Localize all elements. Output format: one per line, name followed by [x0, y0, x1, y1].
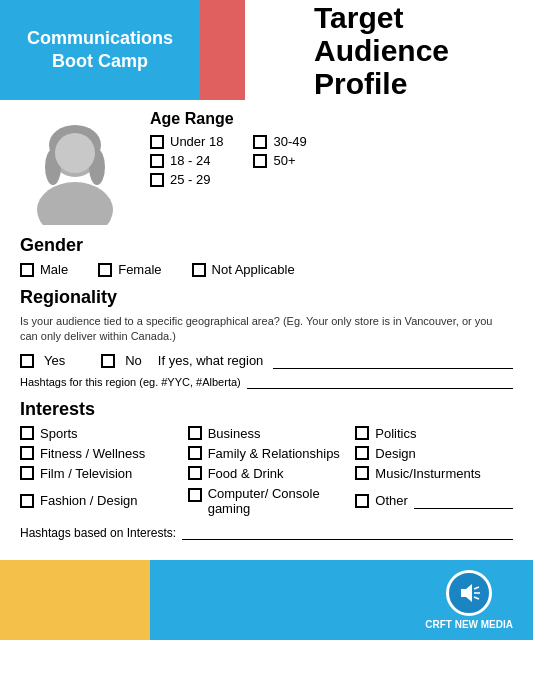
svg-line-7	[474, 587, 479, 589]
footer-logo-icon	[446, 570, 492, 616]
interest-music: Music/Insturments	[355, 466, 513, 481]
gender-male: Male	[20, 262, 68, 277]
age-option-under18: Under 18	[150, 134, 223, 149]
age-option-30-49: 30-49	[253, 134, 306, 149]
age-checkbox-under18[interactable]	[150, 135, 164, 149]
header-right: Target Audience Profile	[200, 0, 533, 100]
interest-checkbox-sports[interactable]	[20, 426, 34, 440]
interest-design: Design	[355, 446, 513, 461]
regionality-title: Regionality	[20, 287, 513, 308]
footer-logo: CRFT NEW MEDIA	[425, 570, 513, 630]
interest-checkbox-design[interactable]	[355, 446, 369, 460]
region-checkbox-no[interactable]	[101, 354, 115, 368]
interest-checkbox-fashion[interactable]	[20, 494, 34, 508]
age-option-25-29: 25 - 29	[150, 172, 223, 187]
header-left: Communications Boot Camp	[0, 0, 200, 100]
gender-label-na: Not Applicable	[212, 262, 295, 277]
svg-line-9	[474, 597, 479, 599]
avatar	[20, 115, 130, 225]
footer-left-block	[0, 560, 150, 640]
interest-label-design: Design	[375, 446, 415, 461]
gender-checkbox-female[interactable]	[98, 263, 112, 277]
interest-label-family: Family & Relationships	[208, 446, 340, 461]
profile-top: Age Range Under 18 18 - 24 25 - 29	[20, 110, 513, 225]
age-col-1: Under 18 18 - 24 25 - 29	[150, 134, 223, 187]
age-option-50plus: 50+	[253, 153, 306, 168]
hashtag-interests-field[interactable]	[182, 526, 513, 540]
age-range-columns: Under 18 18 - 24 25 - 29 30-49	[150, 134, 513, 187]
interest-checkbox-politics[interactable]	[355, 426, 369, 440]
age-label-30-49: 30-49	[273, 134, 306, 149]
gender-female: Female	[98, 262, 161, 277]
interest-family: Family & Relationships	[188, 446, 346, 461]
footer-right-block: CRFT NEW MEDIA	[150, 560, 533, 640]
interest-other: Other	[355, 486, 513, 516]
age-range-title: Age Range	[150, 110, 513, 128]
interest-label-fashion: Fashion / Design	[40, 493, 138, 508]
interest-fitness: Fitness / Wellness	[20, 446, 178, 461]
age-checkbox-30-49[interactable]	[253, 135, 267, 149]
gender-title: Gender	[20, 235, 513, 256]
interest-label-other: Other	[375, 493, 408, 508]
region-if-yes-label: If yes, what region	[158, 353, 264, 368]
age-range-block: Age Range Under 18 18 - 24 25 - 29	[150, 110, 513, 187]
age-label-50plus: 50+	[273, 153, 295, 168]
region-yes-label: Yes	[44, 353, 65, 368]
region-hashtag-field[interactable]	[247, 375, 513, 389]
interest-politics: Politics	[355, 426, 513, 441]
interest-label-music: Music/Insturments	[375, 466, 480, 481]
interest-checkbox-food[interactable]	[188, 466, 202, 480]
interest-label-business: Business	[208, 426, 261, 441]
svg-point-5	[55, 133, 95, 173]
interest-label-politics: Politics	[375, 426, 416, 441]
interest-checkbox-film[interactable]	[20, 466, 34, 480]
gender-not-applicable: Not Applicable	[192, 262, 295, 277]
gender-label-female: Female	[118, 262, 161, 277]
interest-gaming: Computer/ Console gaming	[188, 486, 346, 516]
interest-sports: Sports	[20, 426, 178, 441]
interest-checkbox-business[interactable]	[188, 426, 202, 440]
age-checkbox-18-24[interactable]	[150, 154, 164, 168]
region-checkbox-yes[interactable]	[20, 354, 34, 368]
regionality-description: Is your audience tied to a specific geog…	[20, 314, 513, 345]
age-checkbox-50plus[interactable]	[253, 154, 267, 168]
interest-label-sports: Sports	[40, 426, 78, 441]
main-content: Age Range Under 18 18 - 24 25 - 29	[0, 100, 533, 560]
interest-label-film: Film / Television	[40, 466, 132, 481]
region-hashtag-row: Hashtags for this region (eg. #YYC, #Alb…	[20, 375, 513, 389]
interest-checkbox-gaming[interactable]	[188, 488, 202, 502]
region-no-label: No	[125, 353, 142, 368]
interest-food: Food & Drink	[188, 466, 346, 481]
age-col-2: 30-49 50+	[253, 134, 306, 187]
header-title: Communications Boot Camp	[27, 27, 173, 74]
interest-checkbox-family[interactable]	[188, 446, 202, 460]
region-yes-no-row: Yes No If yes, what region	[20, 353, 513, 369]
age-option-18-24: 18 - 24	[150, 153, 223, 168]
hashtag-interests-row: Hashtags based on Interests:	[20, 526, 513, 540]
interest-checkbox-fitness[interactable]	[20, 446, 34, 460]
gender-checkbox-male[interactable]	[20, 263, 34, 277]
age-label-18-24: 18 - 24	[170, 153, 210, 168]
interests-title: Interests	[20, 399, 513, 420]
interest-checkbox-other[interactable]	[355, 494, 369, 508]
header: Communications Boot Camp Target Audience…	[0, 0, 533, 100]
region-field[interactable]	[273, 353, 513, 369]
age-checkbox-25-29[interactable]	[150, 173, 164, 187]
age-label-25-29: 25 - 29	[170, 172, 210, 187]
svg-point-1	[37, 182, 113, 225]
interest-business: Business	[188, 426, 346, 441]
footer: CRFT NEW MEDIA	[0, 560, 533, 640]
interests-grid: Sports Business Politics Fitness / Welln…	[20, 426, 513, 516]
gender-label-male: Male	[40, 262, 68, 277]
hashtag-interests-label: Hashtags based on Interests:	[20, 526, 176, 540]
interest-label-fitness: Fitness / Wellness	[40, 446, 145, 461]
gender-checkbox-na[interactable]	[192, 263, 206, 277]
footer-logo-text: CRFT NEW MEDIA	[425, 619, 513, 630]
gender-row: Male Female Not Applicable	[20, 262, 513, 277]
interest-film: Film / Television	[20, 466, 178, 481]
interest-checkbox-music[interactable]	[355, 466, 369, 480]
age-label-under18: Under 18	[170, 134, 223, 149]
interest-fashion: Fashion / Design	[20, 486, 178, 516]
interest-other-field[interactable]	[414, 493, 513, 509]
interest-label-food: Food & Drink	[208, 466, 284, 481]
